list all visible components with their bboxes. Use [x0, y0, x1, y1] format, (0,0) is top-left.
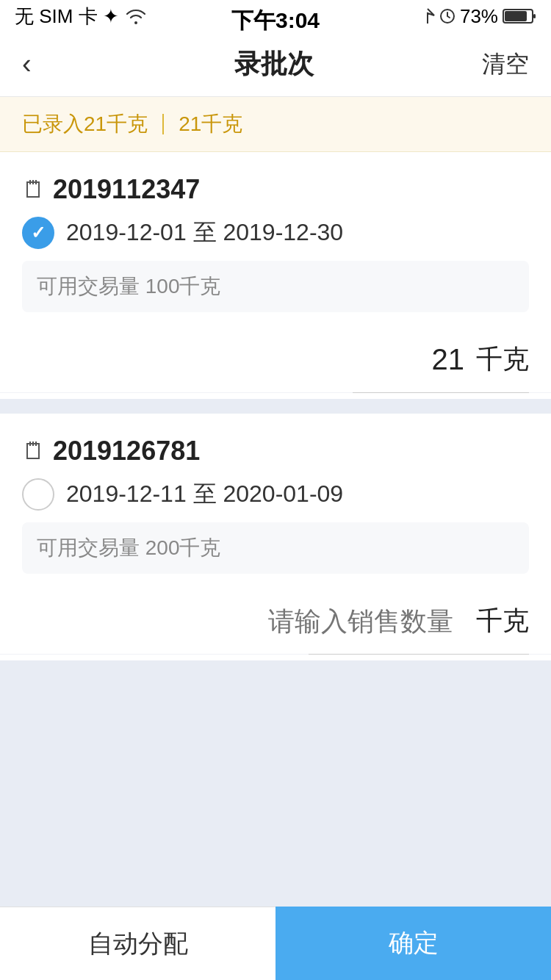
back-button[interactable]: ‹: [22, 48, 66, 80]
batch2-id: 2019126781: [53, 436, 200, 466]
batch1-header: 🗒 2019112347: [22, 174, 529, 205]
sim-label: 无 SIM 卡 ✦: [15, 4, 119, 29]
status-bar: 无 SIM 卡 ✦ 下午3:04 73%: [0, 0, 551, 32]
batch1-check-icon: ✓: [31, 223, 46, 243]
batch1-qty-value: 21: [432, 343, 465, 376]
nav-bar: ‹ 录批次 清空: [0, 32, 551, 97]
batch2-qty-input[interactable]: [244, 606, 464, 637]
info-value: 21千克: [179, 110, 242, 138]
auto-distribute-button[interactable]: 自动分配: [0, 907, 276, 980]
batch2-input-unit: 千克: [476, 603, 529, 639]
info-recorded-label: 已录入21千克: [22, 110, 148, 138]
batch2-input-row: 千克: [0, 588, 551, 654]
confirm-button[interactable]: 确定: [276, 907, 551, 980]
status-time: 下午3:04: [231, 6, 320, 36]
svg-rect-3: [533, 14, 536, 18]
batch2-date: 2019-12-11 至 2020-01-09: [66, 478, 343, 511]
clear-button[interactable]: 清空: [482, 48, 529, 81]
batch1-qty-row: 21 千克: [0, 327, 551, 392]
status-right: 73%: [420, 5, 536, 28]
bottom-bar: 自动分配 确定: [0, 907, 551, 980]
batch2-card: 🗒 2019126781 2019-12-11 至 2020-01-09 可用交…: [0, 414, 551, 588]
svg-rect-2: [505, 11, 527, 21]
location-icon: [420, 8, 435, 24]
batch2-date-row: 2019-12-11 至 2020-01-09: [22, 478, 529, 511]
batch2-avail: 可用交易量 200千克: [22, 522, 529, 574]
clock-icon: [439, 8, 455, 24]
batch1-card: 🗒 2019112347 ✓ 2019-12-01 至 2019-12-30 可…: [0, 152, 551, 327]
batch1-id: 2019112347: [53, 174, 200, 205]
battery-label: 73%: [460, 5, 498, 28]
batch1-qty-unit: 千克: [476, 342, 529, 378]
section-divider: [0, 399, 551, 414]
status-left: 无 SIM 卡 ✦: [15, 4, 147, 29]
batch1-avail: 可用交易量 100千克: [22, 261, 529, 312]
info-bar: 已录入21千克 21千克: [0, 97, 551, 152]
info-divider: [162, 114, 164, 134]
batch1-radio[interactable]: ✓: [22, 217, 54, 249]
batch1-date: 2019-12-01 至 2019-12-30: [66, 217, 343, 249]
batch2-header: 🗒 2019126781: [22, 436, 529, 466]
wifi-icon: [125, 8, 147, 24]
batch1-doc-icon: 🗒: [22, 176, 46, 203]
battery-icon: [503, 7, 536, 25]
page-title: 录批次: [234, 46, 314, 82]
batch2-radio[interactable]: [22, 478, 54, 511]
batch2-doc-icon: 🗒: [22, 438, 46, 465]
batch1-date-row: ✓ 2019-12-01 至 2019-12-30: [22, 217, 529, 249]
